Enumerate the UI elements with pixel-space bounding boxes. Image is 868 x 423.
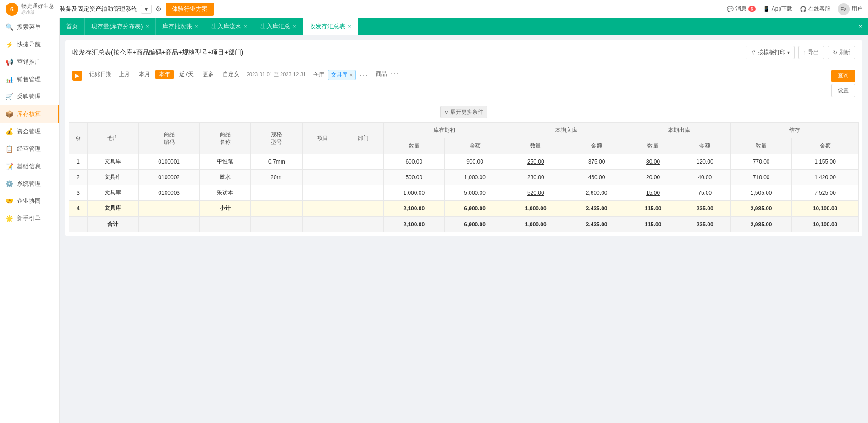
cell-warehouse: 文具库 <box>88 154 139 170</box>
sidebar-item-operations[interactable]: 📋 经营管理 <box>0 140 59 158</box>
sidebar-item-search[interactable]: 🔍 搜索菜单 <box>0 18 59 36</box>
tab-close-in-out-summary[interactable]: × <box>293 23 296 30</box>
tab-in-out-summary[interactable]: 出入库汇总 × <box>254 18 303 35</box>
cell-dept <box>343 154 383 170</box>
cell-in-qty[interactable]: 520.00 <box>505 185 566 201</box>
tab-close-recv-send[interactable]: × <box>348 23 351 30</box>
cell-bal-amt: 1,420.00 <box>792 170 859 185</box>
cell-dept <box>343 170 383 185</box>
sidebar-item-marketing[interactable]: 📢 营销推广 <box>0 53 59 71</box>
tab-close-stock-dist[interactable]: × <box>146 23 149 30</box>
cell-project <box>303 185 343 201</box>
user-area[interactable]: Ea 用户 <box>838 3 862 15</box>
print-button[interactable]: 🖨 按模板打印 ▾ <box>746 46 795 59</box>
th-goods-spec: 规格型号 <box>251 123 303 154</box>
cell-goods-code: 0100002 <box>138 170 199 185</box>
warehouse-label: 仓库 <box>313 71 324 79</box>
tab-in-out-flow[interactable]: 出入库流水 × <box>205 18 254 35</box>
date-btn-thismonth[interactable]: 本月 <box>135 70 154 79</box>
top-bar-right: 💬 消息 6 📱 App下载 🎧 在线客服 Ea 用户 <box>727 3 862 15</box>
export-icon: ↑ <box>803 49 806 56</box>
th-open-qty: 数量 <box>383 138 444 154</box>
cell-in-qty[interactable]: 230.00 <box>505 170 566 185</box>
cell-no: 3 <box>69 185 88 201</box>
cell-open-qty: 1,000.00 <box>383 185 444 201</box>
sidebar-item-basicinfo[interactable]: 📝 基础信息 <box>0 158 59 175</box>
main-content: 收发存汇总表(按仓库+商品编码+商品+规格型号+项目+部门) 🖨 按模板打印 ▾… <box>60 35 868 423</box>
cell-project <box>303 170 343 185</box>
date-btn-custom[interactable]: 自定义 <box>219 70 243 79</box>
tab-batch-ledger[interactable]: 库存批次账 × <box>156 18 205 35</box>
cart-icon: 🛒 <box>6 93 13 100</box>
cell-goods-code: 0100003 <box>138 185 199 201</box>
cell-out-qty[interactable]: 80.00 <box>627 154 679 170</box>
sidebar-item-cooperation[interactable]: 🤝 企业协同 <box>0 192 59 210</box>
th-settings: ⚙ <box>69 123 88 154</box>
setting-button[interactable]: 设置 <box>831 84 855 97</box>
logo-text: 畅捷通好生意 标准版 <box>21 3 54 15</box>
settings-icon[interactable]: ⚙ <box>155 5 162 13</box>
printer-icon: 🖨 <box>751 49 756 56</box>
sidebar-item-guide[interactable]: 🌟 新手引导 <box>0 210 59 227</box>
sidebar-item-sales[interactable]: 📊 销售管理 <box>0 71 59 88</box>
tab-home[interactable]: 首页 <box>60 18 85 35</box>
cell-out-qty[interactable]: 20.00 <box>627 170 679 185</box>
cell-out-amt: 40.00 <box>679 170 731 185</box>
content-area: 首页 现存量(库存分布表) × 库存批次账 × 出入库流水 × 出入库汇总 × <box>60 18 868 423</box>
cell-in-qty[interactable]: 250.00 <box>505 154 566 170</box>
footer-empty-2 <box>138 216 199 232</box>
sidebar-item-system[interactable]: ⚙️ 系统管理 <box>0 175 59 192</box>
message-button[interactable]: 💬 消息 6 <box>727 5 756 13</box>
tab-close-in-out-flow[interactable]: × <box>244 23 247 30</box>
goods-label: 商品 <box>376 70 387 78</box>
system-dropdown[interactable]: ▾ <box>141 5 152 14</box>
tab-close-batch-ledger[interactable]: × <box>195 23 198 30</box>
online-service-button[interactable]: 🎧 在线客服 <box>800 5 830 13</box>
cell-out-qty[interactable]: 15.00 <box>627 185 679 201</box>
date-range: 2023-01-01 至 2023-12-31 <box>247 71 306 78</box>
goods-more-btn[interactable]: ··· <box>391 70 399 78</box>
logo-icon: 6 <box>6 3 18 16</box>
warehouse-more-btn[interactable]: ··· <box>359 71 368 79</box>
date-label: 记账日期 <box>89 71 111 78</box>
footer-empty-1 <box>69 216 88 232</box>
th-out-group: 本期出库 <box>627 123 731 138</box>
trial-button[interactable]: 体验行业方案 <box>166 3 214 16</box>
date-btn-thisyear[interactable]: 本年 <box>155 70 174 79</box>
filter-expand-arrow[interactable]: ▶ <box>72 71 82 81</box>
cell-in-qty[interactable]: 1,000.00 <box>505 201 566 217</box>
cell-open-amt: 5,000.00 <box>444 185 505 201</box>
message-icon: 💬 <box>727 6 734 12</box>
date-btn-more[interactable]: 更多 <box>199 70 217 79</box>
table-row: 2文具库0100002胶水20ml500.001,000.00230.00460… <box>69 170 859 185</box>
cell-out-amt: 120.00 <box>679 154 731 170</box>
tab-stock-dist[interactable]: 现存量(库存分布表) × <box>85 18 156 35</box>
date-btn-lastmonth[interactable]: 上月 <box>115 70 133 79</box>
app-download-button[interactable]: 📱 App下载 <box>763 5 792 13</box>
export-button[interactable]: ↑ 导出 <box>798 46 824 59</box>
sidebar-item-quicknav[interactable]: ⚡ 快捷导航 <box>0 36 59 53</box>
page-title: 收发存汇总表(按仓库+商品编码+商品+规格型号+项目+部门) <box>72 49 243 57</box>
chevron-down-icon: ∨ <box>444 109 448 115</box>
sidebar-item-purchase[interactable]: 🛒 采购管理 <box>0 88 59 105</box>
expand-more-row: ∨ 展开更多条件 <box>65 102 862 122</box>
cell-out-qty[interactable]: 115.00 <box>627 201 679 217</box>
date-btn-7days[interactable]: 近7天 <box>176 70 197 79</box>
footer-out-qty: 115.00 <box>627 216 679 232</box>
warehouse-tag-close[interactable]: × <box>349 72 353 78</box>
tab-recv-send[interactable]: 收发存汇总表 × <box>303 18 358 35</box>
gear-icon: ⚙️ <box>6 180 13 187</box>
sidebar-item-inventory[interactable]: 📦 库存核算 <box>0 105 59 123</box>
close-all-tabs[interactable]: × <box>853 22 868 31</box>
cell-warehouse: 文具库 <box>88 201 139 217</box>
panel-title-bar: 收发存汇总表(按仓库+商品编码+商品+规格型号+项目+部门) 🖨 按模板打印 ▾… <box>65 40 862 65</box>
cell-open-qty: 2,100.00 <box>383 201 444 217</box>
cell-open-amt: 6,900.00 <box>444 201 505 217</box>
table-settings-icon[interactable]: ⚙ <box>75 135 81 142</box>
refresh-button[interactable]: ↻ 刷新 <box>828 46 855 59</box>
sidebar-item-capital[interactable]: 💰 资金管理 <box>0 123 59 140</box>
expand-more-button[interactable]: ∨ 展开更多条件 <box>440 106 487 118</box>
th-balance-group: 结存 <box>731 123 859 138</box>
query-button[interactable]: 查询 <box>831 70 855 82</box>
message-badge: 6 <box>748 6 756 12</box>
